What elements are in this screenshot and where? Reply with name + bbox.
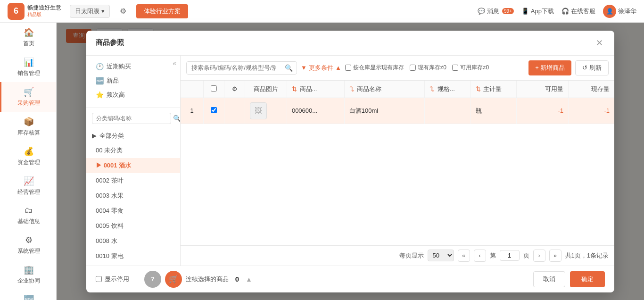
refresh-button[interactable]: ↺ 刷新 [575, 60, 609, 75]
category-0002[interactable]: 0002 茶叶 [86, 173, 180, 188]
checkbox-warehouse[interactable] [345, 65, 351, 71]
product-search-input[interactable] [187, 62, 281, 74]
add-product-button[interactable]: + 新增商品 [528, 60, 571, 75]
show-disabled-label[interactable]: 显示停用 [96, 275, 129, 283]
sidebar-item-enterprise[interactable]: 🏢 企业协同 [0, 260, 56, 290]
modal-footer: 显示停用 ? 🛒 连续选择的商品 0 ▲ 取消 确定 [86, 266, 614, 292]
category-all[interactable]: ▶ 全部分类 [86, 129, 180, 143]
settings-icon[interactable]: ⚙ [116, 4, 131, 19]
sidebar-item-system[interactable]: ⚙ 系统管理 [0, 230, 56, 260]
selected-text: 连续选择的商品 [186, 275, 229, 283]
user-area[interactable]: 👤 徐泽华 [603, 5, 636, 18]
sort-icon-unit: ⇅ [476, 85, 481, 92]
sidebar-collapse-button[interactable]: « [173, 59, 176, 67]
category-0005[interactable]: 0005 饮料 [86, 218, 180, 233]
messages-btn[interactable]: 💬 消息 99+ [478, 7, 514, 16]
category-search-input[interactable] [92, 113, 171, 124]
checkbox-warehouse-label[interactable]: 按仓库显示现有库存 [345, 64, 404, 72]
category-0008[interactable]: 0008 水 [86, 233, 180, 249]
filter-button[interactable]: ▼ 更多条件 ▲ [301, 64, 341, 72]
footer-right: 取消 确定 [533, 271, 605, 287]
row-checkbox[interactable] [211, 107, 217, 113]
collapse-button[interactable]: ▲ [246, 275, 252, 283]
category-0010[interactable]: 0010 家电 [86, 249, 180, 264]
cell-settings [224, 98, 245, 124]
product-search-button[interactable]: 🔍 [281, 62, 297, 74]
sidebar-label-home: 首页 [23, 40, 34, 48]
cell-check[interactable] [204, 98, 224, 124]
category-00[interactable]: 00 未分类 [86, 143, 180, 158]
home-icon: 🏠 [24, 27, 34, 38]
th-name[interactable]: ⇅ 商品名称 [344, 81, 425, 98]
checkbox-stock[interactable] [410, 65, 416, 71]
headset-icon: 🎧 [561, 8, 569, 15]
th-spec[interactable]: ⇅ 规格... [425, 81, 471, 98]
sidebar-item-basic[interactable]: 🗂 基础信息 [0, 201, 56, 230]
sidebar-item-home[interactable]: 🏠 首页 [0, 23, 56, 52]
messages-label: 消息 [487, 7, 499, 16]
cell-num: 1 [181, 98, 204, 124]
help-icon[interactable]: ? [144, 271, 161, 288]
first-page-button[interactable]: « [458, 250, 470, 262]
cell-stock: -1 [568, 98, 614, 124]
service-label: 在线客服 [571, 7, 595, 16]
show-disabled-checkbox[interactable] [96, 276, 102, 282]
logo-sub: 精品版 [27, 11, 61, 18]
basic-icon: 🗂 [25, 206, 33, 216]
modal-close-button[interactable]: ✕ [594, 37, 605, 49]
per-page-select[interactable]: 50 10 20 100 [428, 250, 454, 261]
quick-item-new[interactable]: 🆕 新品 [92, 74, 174, 88]
cancel-button[interactable]: 取消 [533, 271, 565, 287]
quick-item-recent-label: 近期购买 [107, 62, 131, 71]
th-unit[interactable]: ⇅ 主计量 [471, 81, 516, 98]
show-disabled-text: 显示停用 [105, 275, 129, 283]
new-icon: 🆕 [96, 77, 104, 84]
category-0001[interactable]: ▶ 0001 酒水 [86, 158, 180, 173]
per-page-label: 每页显示 [399, 251, 424, 260]
page-input[interactable] [500, 250, 520, 261]
quick-item-recent[interactable]: 🕐 近期购买 [92, 59, 174, 74]
checkbox-stock-label[interactable]: 现有库存≠0 [410, 64, 446, 72]
avatar: 👤 [603, 5, 616, 18]
selected-count: 0 [232, 275, 242, 283]
page-label: 第 [490, 251, 496, 260]
inventory-icon: 📦 [24, 117, 34, 127]
th-stock: 现存量 [568, 81, 614, 98]
total-info: 共1页，1条记录 [565, 251, 609, 260]
last-page-button[interactable]: » [549, 250, 561, 262]
category-0003[interactable]: 0003 水果 [86, 188, 180, 203]
checkbox-warehouse-text: 按仓库显示现有库存 [353, 64, 404, 72]
th-settings[interactable]: ⚙ [224, 81, 245, 98]
sidebar-item-sales[interactable]: 📊 销售管理 [0, 52, 56, 82]
th-code[interactable]: ⇅ 商品... [287, 81, 344, 98]
topbar-right: 💬 消息 99+ 📱 App下载 🎧 在线客服 👤 徐泽华 [478, 5, 636, 18]
sales-icon: 📊 [24, 57, 34, 67]
service-btn[interactable]: 🎧 在线客服 [561, 7, 595, 16]
sidebar-item-operation[interactable]: 📈 经营管理 [0, 171, 56, 201]
checkbox-avail-label[interactable]: 可用库存≠0 [452, 64, 489, 72]
sidebar-label-finance: 资金管理 [17, 158, 40, 167]
category-0004[interactable]: 0004 零食 [86, 203, 180, 218]
table-row[interactable]: 1 🖼 000600... [181, 98, 614, 124]
sidebar-item-inventory[interactable]: 📦 库存核算 [0, 112, 56, 142]
trial-button[interactable]: 体验行业方案 [136, 4, 188, 18]
quick-item-frequent[interactable]: ⭐ 频次高 [92, 88, 174, 102]
confirm-button[interactable]: 确定 [570, 271, 605, 287]
th-check [204, 81, 224, 98]
cart-button[interactable]: 🛒 [165, 271, 182, 288]
category-search-button[interactable]: 🔍 [173, 115, 181, 122]
prev-page-button[interactable]: ‹ [474, 250, 486, 262]
checkbox-avail[interactable] [452, 65, 458, 71]
sidebar-item-guide[interactable]: 🆕 新手引导 [0, 290, 56, 300]
topbar: 6 畅捷通好生意 精品版 日太阳膜 ▾ ⚙ 体验行业方案 💬 消息 99+ 📱 … [0, 0, 644, 23]
app-download-btn[interactable]: 📱 App下载 [521, 7, 554, 16]
product-modal: 商品参照 ✕ « 🕐 近期购买 🆕 [86, 31, 614, 292]
recent-icon: 🕐 [96, 63, 104, 70]
sidebar-item-finance[interactable]: 💰 资金管理 [0, 142, 56, 171]
sidebar-item-purchase[interactable]: 🛒 采购管理 [0, 82, 56, 112]
next-page-button[interactable]: › [533, 250, 545, 262]
operation-icon: 📈 [24, 176, 34, 186]
select-all-checkbox[interactable] [211, 85, 217, 92]
store-selector[interactable]: 日太阳膜 ▾ [70, 5, 110, 18]
sidebar-label-sales: 销售管理 [17, 69, 40, 77]
